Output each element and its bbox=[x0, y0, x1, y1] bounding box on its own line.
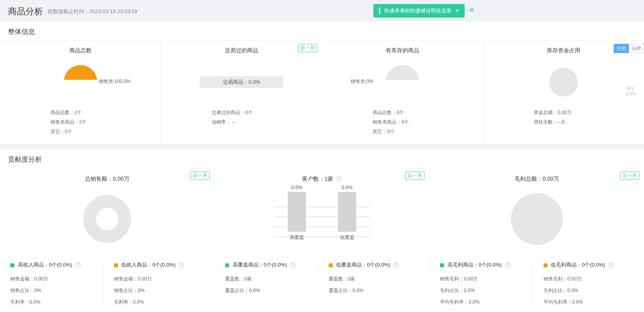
stat-row: 商品总数：2个 bbox=[51, 108, 110, 117]
stat-row: 毛利占比：0.0% bbox=[440, 285, 533, 296]
contribution-section-title: 贡献度分析 bbox=[0, 149, 644, 168]
stat-row: 平均毛利率：0.0% bbox=[544, 296, 636, 308]
sales-donut bbox=[8, 189, 206, 249]
stat-row: 交易过的商品：0个 bbox=[212, 108, 271, 117]
card-traded-products: 近一月 交易过的商品 交易商品：0.0% 交易过的商品：0个 动销率： -- bbox=[161, 41, 322, 144]
notice-text: 快速录单的快捷键说明在这里 bbox=[384, 7, 452, 14]
close-icon[interactable]: × bbox=[456, 8, 459, 14]
stat-row: 毛利率：0.0% bbox=[114, 296, 207, 308]
contribution-panel: 贡献度分析 近一月 总销售额：0.00万 高收入商品：0个(0.0%) ? bbox=[0, 149, 644, 312]
help-icon[interactable]: ? bbox=[179, 262, 184, 268]
notice-connector-dot bbox=[470, 8, 473, 12]
stat-row: 销售金额：0.00万 bbox=[114, 273, 207, 285]
traded-bar-value: 交易商品：0.0% bbox=[200, 76, 283, 88]
help-icon[interactable]: ? bbox=[505, 262, 510, 268]
stat-row: 销售金额：0.00万 bbox=[10, 273, 103, 285]
stat-row: 其它：0个 bbox=[51, 127, 110, 136]
card-title: 有库存的商品 bbox=[326, 47, 479, 54]
stats-list: 资金总额：0.00万 周转天数：--天 bbox=[534, 108, 593, 127]
stats-list: 商品总数：0个 销售类商品：0个 其它：0个 bbox=[373, 108, 432, 136]
gross-breakdown: 高毛利商品：0个(0.0%) ? 销售毛利：0.00万 毛利占比：0.0% 平均… bbox=[438, 259, 636, 308]
toggle-brand[interactable]: 品牌 bbox=[629, 44, 644, 53]
help-icon[interactable]: ? bbox=[336, 176, 342, 182]
stat-row: 销售占比：0% bbox=[114, 285, 207, 296]
shortcut-notice[interactable]: 快速录单的快捷键说明在这里 × bbox=[373, 4, 465, 18]
card-total-products: 商品总数 销售类:100.0% 商品总数：2个 销售类商品：2个 其它：0个 bbox=[0, 41, 161, 144]
coverage-bar-chart: 0.0% 高覆盖 0.0% 低覆盖 bbox=[223, 189, 421, 249]
card-title: 商品总数 bbox=[4, 47, 157, 54]
legend-dot-icon bbox=[329, 263, 333, 267]
stocked-gauge: 销售类:0% bbox=[326, 62, 479, 102]
card-stocked-products: 有库存的商品 销售类:0% 商品总数：0个 销售类商品：0个 其它：0个 bbox=[322, 41, 483, 144]
tag-last-month[interactable]: 近一月 bbox=[298, 44, 317, 52]
legend-dot-icon bbox=[544, 263, 548, 267]
stat-row: 覆盖占比：0.0% bbox=[225, 285, 318, 296]
card-title: 交易过的商品 bbox=[165, 47, 318, 54]
high-coverage-head: 高覆盖商品：0个(0.0%) ? bbox=[225, 259, 318, 271]
stat-row: 销售类商品：2个 bbox=[51, 117, 110, 127]
card-title: 客户数：1家 ? bbox=[223, 176, 421, 183]
tag-last-month[interactable]: 近一月 bbox=[405, 172, 424, 180]
help-icon[interactable]: ? bbox=[290, 262, 296, 268]
help-icon[interactable]: ? bbox=[608, 262, 614, 268]
low-gross-head: 低毛利商品：0个(0.0%) ? bbox=[544, 259, 636, 271]
help-icon[interactable]: ? bbox=[393, 262, 399, 268]
legend-dot-icon bbox=[10, 263, 14, 267]
stat-row: 动销率： -- bbox=[212, 117, 271, 127]
bar-low-coverage: 0.0% 低覆盖 bbox=[338, 185, 356, 241]
coverage-breakdown: 高覆盖商品：0个(0.0%) ? 覆盖数：0家 覆盖占比：0.0% 低覆盖商品：… bbox=[223, 259, 421, 296]
help-icon[interactable]: ? bbox=[75, 262, 81, 268]
legend-dot-icon bbox=[225, 263, 229, 267]
card-title: 毛利总额：0.00万 bbox=[438, 176, 636, 183]
card-customers: 近一月 客户数：1家 ? 0.0% 高覆盖 0.0% bbox=[215, 168, 430, 312]
stat-row: 资金总额：0.00万 bbox=[534, 108, 593, 117]
capital-toggle[interactable]: 分类 品牌 bbox=[614, 44, 644, 53]
card-capital: 分类 品牌 库存资金占用 其它 0.0% 资金总额：0.00万 周转天数：--天 bbox=[483, 41, 644, 144]
stat-row: 毛利率：0.0% bbox=[10, 296, 103, 308]
stat-row: 商品总数：0个 bbox=[373, 108, 432, 117]
stats-list: 商品总数：2个 销售类商品：2个 其它：0个 bbox=[51, 108, 110, 136]
legend-dot-icon bbox=[440, 263, 444, 267]
stat-row: 销售毛利：0.00万 bbox=[544, 273, 636, 285]
low-income-head: 低收入商品：0个(0.0%) ? bbox=[114, 259, 207, 271]
card-gross-profit: 近一月 毛利总额：0.00万 高毛利商品：0个(0.0%) ? 销售毛利：0.0… bbox=[430, 168, 644, 312]
bar-high-coverage: 0.0% 高覆盖 bbox=[288, 185, 306, 241]
tag-last-month[interactable]: 近一月 bbox=[190, 172, 210, 180]
gauge-label: 销售类:0% bbox=[351, 78, 373, 85]
data-cutoff-timestamp: 此数据截止时间：2023-03-19 23:59:59 bbox=[48, 8, 137, 15]
stat-row: 销售毛利：0.00万 bbox=[440, 273, 533, 285]
toggle-category[interactable]: 分类 bbox=[614, 44, 629, 53]
stat-row: 周转天数：--天 bbox=[534, 117, 593, 127]
stat-row: 销售占比：0% bbox=[10, 285, 103, 296]
stat-row: 平均毛利率：0.0% bbox=[440, 296, 533, 308]
stats-list: 交易过的商品：0个 动销率： -- bbox=[212, 108, 271, 127]
stat-row: 其它：0个 bbox=[373, 127, 432, 136]
stat-row: 销售类商品：0个 bbox=[373, 117, 432, 127]
donut-label: 其它 0.0% bbox=[622, 85, 640, 96]
stat-row: 覆盖数：0家 bbox=[329, 273, 422, 285]
overall-panel: 整体信息 商品总数 销售类:100.0% 商品总数：2个 销售类商品：2个 其它… bbox=[0, 22, 644, 144]
stat-row: 覆盖数：0家 bbox=[225, 273, 318, 285]
notice-accent-bar bbox=[379, 8, 380, 14]
page-title: 商品分析 bbox=[8, 6, 43, 18]
legend-dot-icon bbox=[114, 263, 118, 267]
card-title: 总销售额：0.00万 bbox=[8, 176, 206, 183]
traded-bar-chart: 交易商品：0.0% bbox=[165, 62, 318, 102]
gross-pie bbox=[438, 189, 636, 249]
stat-row: 覆盖占比：0.0% bbox=[329, 285, 422, 296]
card-total-sales: 近一月 总销售额：0.00万 高收入商品：0个(0.0%) ? 销售金额：0.0… bbox=[0, 168, 215, 312]
total-products-gauge: 销售类:100.0% bbox=[4, 62, 157, 102]
notice-connector-line bbox=[465, 10, 470, 10]
low-coverage-head: 低覆盖商品：0个(0.0%) ? bbox=[329, 259, 422, 271]
tag-last-month[interactable]: 近一月 bbox=[620, 172, 639, 180]
capital-donut: 其它 0.0% bbox=[487, 62, 640, 102]
sales-breakdown: 高收入商品：0个(0.0%) ? 销售金额：0.00万 销售占比：0% 毛利率：… bbox=[8, 259, 206, 308]
page-header: 商品分析 此数据截止时间：2023-03-19 23:59:59 快速录单的快捷… bbox=[0, 0, 644, 22]
high-gross-head: 高毛利商品：0个(0.0%) ? bbox=[440, 259, 533, 271]
gauge-label: 销售类:100.0% bbox=[99, 78, 131, 85]
high-income-head: 高收入商品：0个(0.0%) ? bbox=[10, 259, 103, 271]
stat-row: 毛利占比：0.0% bbox=[544, 285, 636, 296]
overall-section-title: 整体信息 bbox=[0, 22, 644, 41]
